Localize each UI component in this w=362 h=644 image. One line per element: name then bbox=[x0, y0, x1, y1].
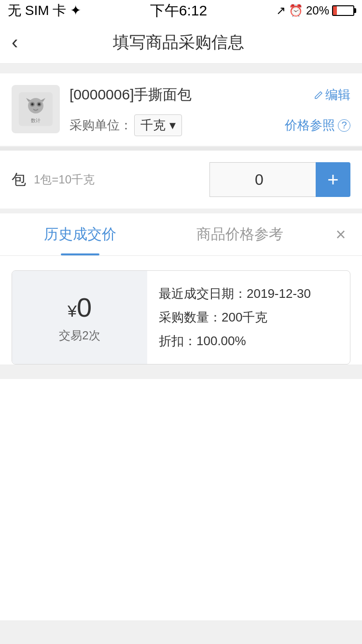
chevron-down-icon: ▾ bbox=[169, 118, 176, 133]
bottom-panel: 历史成交价 商品价格参考 × ¥0 交易2次 最近成交日期： 2019-12-3… bbox=[0, 213, 362, 364]
price-right-panel: 最近成交日期： 2019-12-30 采购数量： 200千克 折扣： 100.0… bbox=[147, 271, 350, 364]
back-button[interactable]: ‹ bbox=[12, 28, 26, 57]
svg-point-4 bbox=[31, 103, 34, 106]
carrier-text: 无 SIM 卡 ✦ bbox=[8, 1, 81, 20]
unit-label: 采购单位： bbox=[70, 118, 132, 132]
unit-select[interactable]: 千克 ▾ bbox=[134, 114, 182, 136]
product-header: 数计 [0000006]手撕面包 编辑 采购单位： 千克 ▾ bbox=[12, 85, 350, 136]
price-ref-button[interactable]: 价格参照 ? bbox=[285, 117, 350, 134]
quantity-section: 包 1包=10千克 + bbox=[0, 147, 362, 209]
discount-row: 折扣： 100.00% bbox=[159, 333, 338, 350]
time-text: 下午6:12 bbox=[150, 1, 207, 21]
price-card: ¥0 交易2次 最近成交日期： 2019-12-30 采购数量： 200千克 折… bbox=[12, 270, 350, 364]
tab-history-price[interactable]: 历史成交价 bbox=[0, 213, 160, 255]
status-bar: 无 SIM 卡 ✦ 下午6:12 ↗ ⏰ 20% bbox=[0, 0, 362, 21]
panel-close-button[interactable]: × bbox=[320, 213, 362, 255]
product-image: 数计 bbox=[12, 85, 60, 133]
product-name: [0000006]手撕面包 bbox=[70, 85, 192, 105]
price-amount: ¥0 bbox=[68, 292, 92, 323]
recent-date-row: 最近成交日期： 2019-12-30 bbox=[159, 285, 338, 302]
quantity-input-wrap: + bbox=[102, 162, 350, 197]
quantity-row-detail: 采购数量： 200千克 bbox=[159, 309, 338, 326]
page-title: 填写商品采购信息 bbox=[26, 31, 331, 54]
product-info: [0000006]手撕面包 编辑 采购单位： 千克 ▾ 价格 bbox=[70, 85, 350, 136]
svg-text:数计: 数计 bbox=[31, 118, 41, 123]
battery-percent: 20% bbox=[306, 4, 329, 17]
edit-button[interactable]: 编辑 bbox=[314, 86, 350, 103]
product-name-row: [0000006]手撕面包 编辑 bbox=[70, 85, 350, 105]
product-section: 数计 [0000006]手撕面包 编辑 采购单位： 千克 ▾ bbox=[0, 73, 362, 146]
price-left-panel: ¥0 交易2次 bbox=[12, 271, 147, 364]
tab-active-indicator bbox=[61, 253, 99, 255]
location-icon: ↗ bbox=[276, 4, 286, 17]
edit-icon bbox=[314, 90, 323, 100]
quantity-unit-label: 包 bbox=[12, 170, 26, 190]
unit-label-group: 采购单位： 千克 ▾ bbox=[70, 114, 182, 136]
battery-icon bbox=[332, 5, 354, 16]
svg-point-5 bbox=[38, 103, 41, 106]
tabs-row: 历史成交价 商品价格参考 × bbox=[0, 213, 362, 256]
tab-price-ref[interactable]: 商品价格参考 bbox=[160, 213, 320, 255]
quantity-conversion: 1包=10千克 bbox=[34, 172, 95, 187]
quantity-plus-button[interactable]: + bbox=[316, 162, 350, 197]
main-content-area bbox=[0, 379, 362, 620]
help-icon: ? bbox=[338, 119, 350, 132]
product-unit-row: 采购单位： 千克 ▾ 价格参照 ? bbox=[70, 114, 350, 136]
product-thumbnail: 数计 bbox=[19, 92, 53, 126]
quantity-input[interactable] bbox=[209, 162, 316, 197]
status-right: ↗ ⏰ 20% bbox=[276, 4, 354, 17]
quantity-row: 包 1包=10千克 + bbox=[0, 151, 362, 209]
currency-symbol: ¥ bbox=[68, 302, 77, 320]
nav-bar: ‹ 填写商品采购信息 bbox=[0, 21, 362, 64]
alarm-icon: ⏰ bbox=[289, 4, 303, 17]
price-transactions: 交易2次 bbox=[59, 328, 100, 343]
